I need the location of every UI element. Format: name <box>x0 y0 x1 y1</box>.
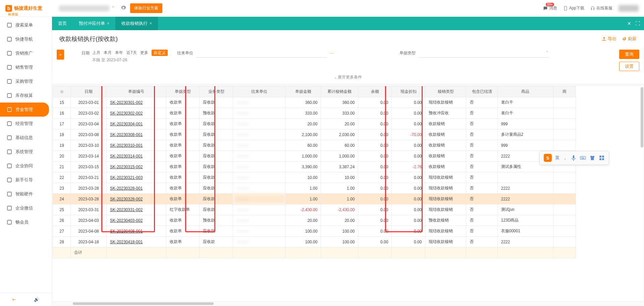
sidebar-item-gift[interactable]: 营销推广 <box>0 46 52 60</box>
table-row[interactable]: 262023-04-03SK-20230403-002收款单预收款———20.0… <box>53 215 576 226</box>
column-header[interactable]: 商 <box>553 86 576 97</box>
horizontal-scrollbar[interactable] <box>53 301 643 305</box>
table-row[interactable]: 162023-03-02SK-20230302-002收款单预收款———333.… <box>53 108 576 119</box>
filter-collapse-handle[interactable]: » <box>57 50 64 60</box>
doc-link[interactable]: SK-20230308-001 <box>110 132 143 137</box>
experience-button[interactable]: 体验行业方案 <box>130 3 162 13</box>
filter-settings-button[interactable]: 设置 <box>619 62 639 71</box>
doc-link[interactable]: SK-20230328-001 <box>110 186 143 191</box>
table-row[interactable]: 202023-03-14SK-20230314-001收款单应收款———1,00… <box>53 151 576 162</box>
tab[interactable]: 首页 <box>52 17 73 30</box>
table-row[interactable]: 232023-03-28SK-20230328-001收款单应收款———1.00… <box>53 183 576 194</box>
sidebar-item-team[interactable]: 企业协同 <box>0 159 52 173</box>
shirt-icon[interactable] <box>589 155 595 161</box>
table-row[interactable]: 252023-03-31SK-20230331-002红字收款单应收款———-2… <box>53 204 576 215</box>
column-header[interactable]: 单据编号 <box>106 86 166 97</box>
date-quick-option[interactable]: 本月 <box>104 50 112 56</box>
tab[interactable]: 收款核销执行× <box>115 17 158 30</box>
tab-close-icon[interactable]: × <box>150 21 152 26</box>
tab[interactable]: 预付冲应付单× <box>73 17 115 30</box>
doc-link[interactable]: SK-20230310-001 <box>110 143 143 148</box>
doc-link[interactable]: SK-20230321-003 <box>110 175 143 180</box>
partner-input[interactable] <box>196 50 327 58</box>
sidebar-item-chip[interactable]: 智能硬件 <box>0 187 52 201</box>
doc-link[interactable]: SK-20230403-002 <box>110 218 143 223</box>
column-header[interactable]: 日期 <box>71 86 107 97</box>
sidebar-item-wallet[interactable]: 资金管理 <box>0 103 49 117</box>
query-button[interactable]: 查询 <box>619 50 639 59</box>
settings-gear-icon[interactable] <box>121 5 126 11</box>
column-header[interactable]: 业务类型 <box>200 86 233 97</box>
doc-link[interactable]: SK-20230331-002 <box>110 207 143 212</box>
sidebar-item-gear-d[interactable]: 系统管理 <box>0 145 52 159</box>
doc-link[interactable]: SK-20230301-002 <box>110 100 143 105</box>
column-header[interactable]: 现金折扣 <box>392 86 425 97</box>
table-row[interactable]: 192023-03-10SK-20230310-001收款单应收款———60.0… <box>53 140 576 151</box>
date-quick-selected[interactable]: 自定义 <box>152 50 168 56</box>
table-scroll[interactable]: ⚙日期单据编号单据类型业务类型往来单位单据金额累计核销金额余额现金折扣核销类型包… <box>53 86 643 301</box>
table-row[interactable]: 222023-03-21SK-20230321-003收款单应收款———10.0… <box>53 172 576 183</box>
doc-link[interactable]: SK-20230304-001 <box>110 122 143 126</box>
user-avatar-redacted[interactable] <box>619 5 639 12</box>
column-header[interactable]: ⚙ <box>53 86 71 97</box>
tab-close-all-icon[interactable]: ✕ <box>627 21 631 26</box>
table-row[interactable]: 172023-03-04SK-20230304-001收款单应收款———20.0… <box>53 119 576 129</box>
sidebar-item-stock[interactable]: 库存核算 <box>0 88 52 103</box>
scrollbar-thumb[interactable] <box>73 302 214 305</box>
column-header[interactable]: 往来单位 <box>233 86 285 97</box>
ime-floating-bar[interactable]: S 英 ， <box>539 151 609 165</box>
sidebar-item-bag[interactable]: 采购管理 <box>0 74 52 88</box>
table-row[interactable]: 282023-04-18SK-20230418-001收款单应收款———100.… <box>53 237 576 247</box>
cell-type: 收款单 <box>166 215 200 226</box>
sidebar-item-play[interactable]: 新手引导 <box>0 173 52 187</box>
tab-close-icon[interactable]: × <box>107 21 109 26</box>
doc-link[interactable]: SK-20230408-001 <box>110 229 143 234</box>
org-selector[interactable]: ˅ <box>59 5 114 11</box>
sidebar-item-report[interactable]: 经营管理 <box>0 117 52 131</box>
doc-link[interactable]: SK-20230315-002 <box>110 165 143 169</box>
doc-link[interactable]: SK-20230314-001 <box>110 154 143 159</box>
sidebar-sound-icon[interactable]: 🔊 <box>34 297 39 302</box>
table-row[interactable]: 212023-03-15SK-20230315-002收款单应收款———3,39… <box>53 162 576 172</box>
column-header[interactable]: 单据金额 <box>285 86 321 97</box>
date-quick-option[interactable]: 更多 <box>140 50 148 56</box>
grid-icon[interactable] <box>599 155 605 161</box>
sidebar-item-search[interactable]: 搜索菜单 <box>0 18 52 32</box>
app-download-link[interactable]: App下载 <box>563 5 584 11</box>
doc-link[interactable]: SK-20230302-002 <box>110 111 143 116</box>
column-header[interactable]: 包含已结清 <box>466 86 497 97</box>
table-row[interactable]: 182023-03-08SK-20230308-001收款单应收款———2,10… <box>53 129 576 140</box>
doc-link[interactable]: SK-20230418-001 <box>110 240 143 244</box>
tab-expand-icon[interactable]: ⛶ <box>635 21 640 26</box>
column-header[interactable]: 余额 <box>358 86 392 97</box>
table-row[interactable]: 242023-03-28SK-20230328-002收款单应收款———1.00… <box>53 194 576 204</box>
sidebar-item-wx[interactable]: 企业微信 <box>0 201 52 215</box>
table-row[interactable]: 152023-03-01SK-20230301-002收款单应收款———360.… <box>53 97 576 108</box>
sidebar-item-vip[interactable]: 畅会员 <box>0 215 52 229</box>
doc-type-select[interactable] <box>418 50 549 58</box>
doc-link[interactable]: SK-20230328-002 <box>110 197 143 201</box>
date-quick-option[interactable]: 近7天 <box>126 50 137 56</box>
online-cs-link[interactable]: 在线客服 <box>590 5 612 11</box>
column-header[interactable]: 累计核销金额 <box>321 86 358 97</box>
ime-lang[interactable]: 英 <box>555 155 559 161</box>
partner-more-icon[interactable]: … <box>329 50 334 55</box>
ime-punct[interactable]: ， <box>563 155 567 161</box>
sidebar-item-cart[interactable]: 销售管理 <box>0 60 52 74</box>
date-quick-option[interactable]: 上月 <box>92 50 100 56</box>
mic-icon[interactable] <box>571 155 577 161</box>
sidebar-collapse-icon[interactable]: ⇤ <box>12 297 16 302</box>
sidebar-item-layers[interactable]: 基础信息 <box>0 131 52 145</box>
column-header[interactable]: 商品 <box>497 86 553 97</box>
table-row[interactable]: 272023-04-08SK-20230408-001收款单应收款———100.… <box>53 226 576 237</box>
column-header[interactable]: 单据类型 <box>166 86 200 97</box>
sidebar-item-home[interactable]: 快捷导航 <box>0 32 52 46</box>
vertical-scrollbar-thumb[interactable] <box>641 87 643 147</box>
keyboard-icon[interactable] <box>580 155 586 161</box>
messages-link[interactable]: 99+ 消息 <box>543 5 557 11</box>
date-quick-option[interactable]: 本年 <box>115 50 123 56</box>
export-button[interactable]: 导出 <box>602 36 616 42</box>
refresh-button[interactable]: 刷新 <box>622 36 637 42</box>
expand-more-filters[interactable]: ⌄ 展开更多条件 <box>52 73 644 83</box>
column-header[interactable]: 核销类型 <box>425 86 466 97</box>
